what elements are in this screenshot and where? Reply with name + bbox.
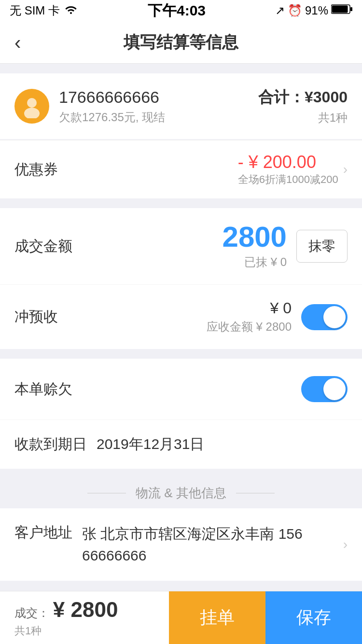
wifi-icon: [64, 4, 78, 17]
transaction-sub: 已抹 ¥ 0: [223, 254, 287, 270]
customer-info: 17666666666 欠款1276.35元, 现结: [59, 88, 165, 125]
bottom-summary: 成交： ¥ 2800 共1种: [0, 598, 169, 638]
customer-phone: 17666666666: [59, 88, 165, 107]
divider-2: [0, 349, 362, 359]
bottom-deal-label: 成交：: [14, 606, 49, 619]
transaction-section: 成交金额 2800 已抹 ¥ 0 抹零 冲预收 ¥ 0 应收金额 ¥ 2800: [0, 208, 362, 349]
address-value: 张 北京市市辖区海淀区永丰南 156 66666666: [82, 523, 338, 566]
customer-card: 17666666666 欠款1276.35元, 现结 合计：¥3000 共1种: [0, 73, 362, 139]
coupon-desc: 全场6折满1000减200: [238, 172, 338, 187]
total-sub: 共1种: [258, 110, 348, 126]
debt-row: 本单赊欠: [0, 359, 362, 420]
bottom-count: 共1种: [14, 624, 154, 638]
status-left: 无 SIM 卡: [10, 3, 78, 18]
address-chevron-icon: ›: [343, 537, 348, 552]
prereceive-right: ¥ 0 应收金额 ¥ 2800: [207, 299, 348, 335]
round-button[interactable]: 抹零: [296, 230, 348, 263]
prereceive-col: ¥ 0 应收金额 ¥ 2800: [207, 299, 292, 335]
svg-rect-2: [350, 7, 352, 11]
nav-bar: ‹ 填写结算等信息: [0, 21, 362, 64]
status-right: ↗ ⏰ 91%: [275, 4, 352, 17]
battery-level: 91%: [305, 4, 328, 17]
customer-left: 17666666666 欠款1276.35元, 现结: [14, 88, 165, 125]
bottom-deal-row: 成交： ¥ 2800: [14, 598, 154, 622]
status-bar: 无 SIM 卡 下午4:03 ↗ ⏰ 91%: [0, 0, 362, 21]
address-label: 客户地址: [14, 523, 72, 543]
status-time: 下午4:03: [148, 1, 206, 21]
debt-section: 本单赊欠 收款到期日 2019年12月31日: [0, 359, 362, 469]
transaction-right: 2800 已抹 ¥ 0 抹零: [223, 223, 348, 270]
divider-1: [0, 198, 362, 208]
svg-point-4: [24, 108, 40, 118]
duedate-value: 2019年12月31日: [97, 434, 204, 454]
hold-button[interactable]: 挂单: [169, 591, 265, 644]
logistics-divider: 物流 & 其他信息: [0, 478, 362, 507]
coupon-row[interactable]: 优惠券 - ¥ 200.00 全场6折满1000减200 ›: [0, 140, 362, 198]
page-title: 填写结算等信息: [124, 31, 238, 54]
chevron-right-icon: ›: [343, 162, 348, 177]
prereceive-label: 冲预收: [14, 307, 58, 327]
transaction-amount: 2800: [223, 223, 287, 252]
transaction-col: 2800 已抹 ¥ 0: [223, 223, 287, 270]
transaction-row: 成交金额 2800 已抹 ¥ 0 抹零: [0, 208, 362, 285]
coupon-amount: - ¥ 200.00: [238, 152, 338, 172]
debt-label: 本单赊欠: [14, 379, 72, 399]
logistics-label: 物流 & 其他信息: [136, 485, 226, 502]
back-button[interactable]: ‹: [14, 33, 21, 52]
duedate-row: 收款到期日 2019年12月31日: [0, 420, 362, 469]
bottom-deal-amount: ¥ 2800: [53, 598, 118, 621]
total-label: 合计：¥3000: [258, 87, 348, 108]
customer-sub: 欠款1276.35元, 现结: [59, 110, 165, 125]
bottom-bar: 成交： ¥ 2800 共1种 挂单 保存: [0, 591, 362, 644]
address-row[interactable]: 客户地址 张 北京市市辖区海淀区永丰南 156 66666666 ›: [0, 508, 362, 581]
svg-point-3: [27, 98, 37, 108]
prereceive-sub: 应收金额 ¥ 2800: [207, 319, 292, 335]
coupon-right: - ¥ 200.00 全场6折满1000减200 ›: [238, 152, 348, 187]
prereceive-row: 冲预收 ¥ 0 应收金额 ¥ 2800: [0, 285, 362, 349]
alarm-icon: ⏰: [288, 4, 302, 17]
content: 17666666666 欠款1276.35元, 现结 合计：¥3000 共1种 …: [0, 73, 362, 644]
coupon-label: 优惠券: [14, 160, 58, 180]
sim-status: 无 SIM 卡: [10, 3, 60, 18]
prereceive-toggle[interactable]: [301, 304, 348, 330]
location-icon: ↗: [275, 4, 285, 17]
transaction-label: 成交金额: [14, 237, 72, 256]
battery-icon: [331, 4, 352, 17]
duedate-label: 收款到期日: [14, 434, 87, 454]
svg-rect-1: [332, 6, 348, 13]
avatar: [14, 89, 49, 124]
prereceive-amount: ¥ 0: [207, 299, 292, 317]
save-button[interactable]: 保存: [265, 591, 362, 644]
customer-right: 合计：¥3000 共1种: [258, 87, 348, 126]
debt-toggle[interactable]: [301, 376, 348, 402]
coupon-info: - ¥ 200.00 全场6折满1000减200: [238, 152, 338, 187]
